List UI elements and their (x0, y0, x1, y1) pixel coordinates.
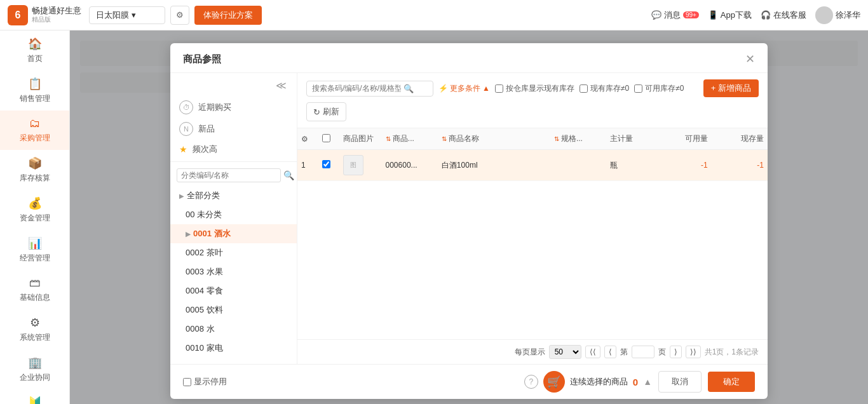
notification-label: 消息 (664, 10, 681, 21)
col-name-label: 商品名称 (449, 134, 479, 143)
check-avail-not-zero[interactable] (634, 84, 642, 93)
col-code-header[interactable]: ⇅ 商品... (382, 128, 438, 150)
tree-item-0008[interactable]: 0008 水 (170, 320, 297, 339)
page-first-btn[interactable]: ⟨⟨ (585, 346, 600, 358)
product-table-area: ⚙ 商品图片 ⇅ (297, 128, 768, 339)
product-table: ⚙ 商品图片 ⇅ (297, 128, 768, 181)
check-warehouse[interactable] (495, 84, 503, 93)
row-checkbox[interactable] (322, 160, 330, 168)
freq-high-item[interactable]: ★ 频次高 (170, 140, 297, 159)
refresh-button[interactable]: ↻ 刷新 (306, 102, 346, 121)
new-item[interactable]: N 新品 (170, 118, 297, 140)
page-number-input[interactable]: 1 (632, 346, 654, 358)
sidebar-label-inventory: 库存核算 (20, 173, 50, 184)
filter-button[interactable]: ⚡ 更多条件 ▲ (438, 83, 490, 94)
sidebar-item-base-info[interactable]: 🗃 基础信息 (0, 270, 69, 309)
refresh-icon: ↻ (313, 107, 320, 117)
logo-area: 6 畅捷通好生意 精品版 (8, 5, 84, 25)
col-name-header[interactable]: ⇅ 商品名称 (438, 128, 550, 150)
avatar (815, 6, 833, 24)
show-disabled-label: 显示停用 (194, 376, 227, 387)
sidebar-label-base-info: 基础信息 (20, 292, 50, 303)
sidebar-item-inventory[interactable]: 📦 库存核算 (0, 150, 69, 190)
sidebar-item-operations[interactable]: 📊 经营管理 (0, 230, 69, 270)
tree-item-0002-label: 0002 茶叶 (186, 247, 223, 259)
sidebar-item-system[interactable]: ⚙ 系统管理 (0, 309, 69, 349)
trial-button[interactable]: 体验行业方案 (194, 6, 262, 25)
page-last-btn[interactable]: ⟩⟩ (686, 346, 701, 358)
refresh-label: 刷新 (323, 106, 339, 118)
chevron-down-icon: ▾ (132, 10, 136, 20)
tree-item-all[interactable]: ▶ 全部分类 (170, 186, 297, 205)
message-icon: 💬 (651, 10, 661, 20)
check-avail-label: 可用库存≠0 (645, 83, 684, 94)
add-product-button[interactable]: + 新增商品 (703, 79, 759, 97)
tree-item-0001[interactable]: ▶ 0001 酒水 (170, 224, 297, 243)
recent-buy-item[interactable]: ⏱ 近期购买 (170, 97, 297, 118)
notification-badge: 99+ (683, 11, 699, 18)
sidebar-label-purchase: 采购管理 (20, 133, 50, 144)
tree-item-0005[interactable]: 0005 饮料 (170, 300, 297, 320)
product-reference-dialog: 商品参照 ✕ ≪ ⏱ 近期购买 (170, 43, 768, 399)
notification-item[interactable]: 💬 消息 99+ (651, 10, 699, 21)
pagination: 每页显示 50 100 ⟨⟨ ⟨ 第 1 页 ⟩ ⟩⟩ (297, 339, 768, 364)
sidebar-item-collab[interactable]: 🏢 企业协同 (0, 349, 69, 389)
tree-item-0005-label: 0005 饮料 (186, 304, 223, 316)
sidebar-item-purchase[interactable]: 🗂 采购管理 (0, 111, 69, 150)
cart-count: 0 (633, 377, 638, 387)
top-nav: 6 畅捷通好生意 精品版 日太阳膜 ▾ ⚙ 体验行业方案 💬 消息 99+ 📱 … (0, 0, 868, 30)
cart-area: ? 🛒 连续选择的商品 0 ▲ (524, 371, 652, 393)
tree-item-0010[interactable]: 0010 家电 (170, 339, 297, 358)
col-spec-header[interactable]: ⇅ 规格... (550, 128, 606, 150)
cart-button[interactable]: 🛒 (543, 371, 565, 393)
headset-icon: 🎧 (761, 10, 771, 20)
search-icon[interactable]: 🔍 (403, 84, 414, 93)
gear-icon[interactable]: ⚙ (170, 6, 189, 25)
collab-icon: 🏢 (28, 356, 42, 370)
table-row[interactable]: 1 图 000 (297, 150, 768, 181)
sidebar-item-finance[interactable]: 💰 资金管理 (0, 190, 69, 230)
dialog-header: 商品参照 ✕ (170, 43, 768, 73)
collapse-left-icon[interactable]: ≪ (272, 79, 290, 91)
purchase-icon: 🗂 (29, 117, 41, 130)
cart-collapse-icon[interactable]: ▲ (643, 377, 652, 387)
online-service-item[interactable]: 🎧 在线客服 (761, 10, 806, 21)
help-icon[interactable]: ? (524, 375, 538, 389)
star-icon: ★ (179, 144, 187, 154)
tree-item-0004[interactable]: 0004 零食 (170, 281, 297, 300)
tree-item-0002[interactable]: 0002 茶叶 (170, 243, 297, 262)
show-disabled-checkbox[interactable] (183, 378, 191, 386)
app-download-item[interactable]: 📱 App下载 (708, 10, 752, 21)
row-image-cell: 图 (339, 150, 381, 181)
row-code: 000600... (382, 150, 438, 181)
nav-dropdown[interactable]: 日太阳膜 ▾ (89, 6, 165, 24)
expand-all-icon: ▶ (179, 192, 184, 199)
page-prev-btn[interactable]: ⟨ (604, 346, 616, 358)
sidebar-item-sales[interactable]: 📋 销售管理 (0, 71, 69, 111)
sidebar-label-finance: 资金管理 (20, 213, 50, 224)
expand-0001-icon: ▶ (186, 231, 191, 238)
sidebar-item-guide[interactable]: 🔰 新手引导 (0, 389, 69, 404)
tree-item-0003[interactable]: 0003 水果 (170, 262, 297, 281)
per-page-select[interactable]: 50 100 (549, 345, 581, 359)
sidebar-label-system: 系统管理 (20, 332, 50, 343)
row-checkbox-cell (318, 150, 339, 181)
col-avail-header: 可用量 (655, 128, 711, 150)
row-spec (550, 150, 606, 181)
col-settings[interactable]: ⚙ (297, 128, 318, 150)
sidebar-item-home[interactable]: 🏠 首页 (0, 30, 69, 71)
logo-text: 畅捷通好生意 (32, 6, 81, 16)
category-search-icon[interactable]: 🔍 (283, 170, 294, 180)
check-stock-not-zero[interactable] (580, 84, 588, 93)
confirm-button[interactable]: 确定 (708, 372, 755, 392)
check-stock-label: 现有库存≠0 (590, 83, 629, 94)
page-summary: 共1页，1条记录 (705, 347, 759, 358)
product-search-input[interactable] (312, 84, 401, 93)
category-search-input[interactable] (177, 168, 281, 182)
close-icon[interactable]: ✕ (745, 52, 755, 66)
page-next-btn[interactable]: ⟩ (670, 346, 682, 358)
user-item[interactable]: 徐泽华 (815, 6, 860, 24)
select-all-checkbox[interactable] (322, 134, 330, 142)
cancel-button[interactable]: 取消 (658, 371, 702, 393)
tree-item-00[interactable]: 00 未分类 (170, 205, 297, 224)
